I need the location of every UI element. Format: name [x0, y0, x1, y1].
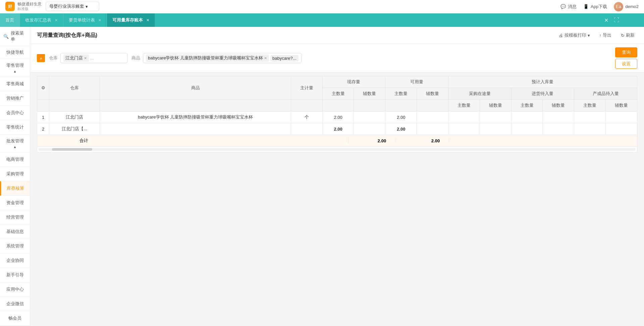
settings-button[interactable]: 设置 [615, 59, 637, 69]
avatar: Ea [614, 2, 623, 11]
th-empty4 [291, 100, 322, 111]
app-download-button[interactable]: 📱 App下载 [583, 4, 607, 10]
th-available-group: 可用量 [385, 76, 448, 88]
row2-unit [291, 123, 322, 135]
sidebar-item-system[interactable]: 系统管理 [0, 239, 30, 253]
export-button[interactable]: ↑ 导出 [597, 31, 614, 40]
th-settings: ⚙ [37, 76, 49, 100]
row1-stock-main: 2.00 [322, 111, 354, 123]
sidebar-item-vip[interactable]: 畅会员 [0, 311, 30, 326]
sidebar-item-zero-retail[interactable]: 零售管理 ▲ [0, 59, 30, 77]
message-button[interactable]: 💬 消息 [560, 4, 577, 10]
top-bar-left: 好 畅捷通好生意 标准版 母婴行业演示账套 ▾ [5, 2, 99, 11]
sidebar-retail-stats-label: 零售统计 [6, 124, 24, 130]
tab-order-stats-close[interactable]: ✕ [98, 18, 101, 22]
sidebar-item-member[interactable]: 会员中心 [0, 106, 30, 120]
sidebar-operation-label: 经营管理 [6, 214, 24, 220]
th-production-sub: 辅数量 [606, 100, 637, 111]
row2-avail-sub [417, 123, 448, 135]
th-warehouse: 仓库 [49, 76, 100, 100]
print-arrow-icon: ▾ [588, 33, 590, 38]
chevron-icon-wholesale: ▲ [13, 145, 17, 149]
sidebar-item-enterprise[interactable]: 企业协同 [0, 253, 30, 268]
sidebar-item-basic-info[interactable]: 基础信息 [0, 225, 30, 239]
tab-order-stats[interactable]: 要货单统计表 ✕ [63, 13, 107, 27]
sidebar-item-ecommerce[interactable]: 电商管理 [0, 152, 30, 167]
th-purchase-main: 主数量 [448, 100, 480, 111]
th-planned-inbound-group: 预计入库量 [448, 76, 637, 88]
product-tag-2: babycare?... [270, 55, 299, 61]
sidebar-enterprise-label: 企业协同 [6, 258, 24, 264]
main-layout: 🔍 搜索菜单 快捷导航 零售管理 ▲ 零售商城 营销推广 会员中心 零售统计 批… [0, 27, 644, 326]
tab-available-stock[interactable]: 可用量库存账本 ✕ [107, 13, 155, 27]
refresh-label: 刷新 [626, 32, 635, 38]
row2-production-main [574, 123, 606, 135]
logo-area: 好 畅捷通好生意 标准版 [5, 2, 42, 11]
app-download-label: App下载 [591, 4, 607, 10]
sidebar-search-label: 搜索菜单 [11, 30, 26, 42]
row1-production-main [574, 111, 606, 123]
th-avail-sub: 辅数量 [417, 88, 448, 100]
nav-tabs: 首页 收发存汇总表 ✕ 要货单统计表 ✕ 可用量库存账本 ✕ ✕ ⛶ [0, 13, 644, 27]
sidebar-item-wechat[interactable]: 企业微信 [0, 297, 30, 311]
sidebar-item-wholesale[interactable]: 批发管理 ▲ [0, 135, 30, 152]
tab-receive-summary-close[interactable]: ✕ [55, 18, 58, 22]
warehouse-more: ... [90, 56, 94, 60]
row2-inbound-main [511, 123, 543, 135]
sidebar-item-purchase[interactable]: 采购管理 [0, 167, 30, 181]
scroll-track[interactable] [39, 148, 636, 151]
product-tag-close[interactable]: ✕ [264, 56, 267, 60]
product-tag-2-text: babycare?... [272, 56, 297, 61]
warehouse-filter-group: 仓库 江北门店 ✕ ... [49, 53, 127, 63]
table-container: ⚙ 仓库 商品 主计量 现存量 可用量 预计入库量 主数量 辅数量 主数量 辅数… [30, 73, 644, 326]
industry-selector[interactable]: 母婴行业演示账套 ▾ [46, 2, 99, 11]
refresh-button[interactable]: ↻ 刷新 [618, 31, 637, 40]
industry-label: 母婴行业演示账套 [49, 3, 84, 9]
sidebar-item-marketing[interactable]: 营销推广 [0, 91, 30, 106]
sidebar-item-retail-mall[interactable]: 零售商城 [0, 77, 30, 91]
warehouse-tag-text: 江北门店 [65, 55, 83, 61]
row2-product [100, 123, 291, 135]
th-empty5 [322, 100, 354, 111]
sidebar-item-quick-nav[interactable]: 快捷导航 [0, 46, 30, 59]
tab-maximize-button[interactable]: ⛶ [612, 16, 621, 25]
sidebar-item-retail-stats[interactable]: 零售统计 [0, 120, 30, 135]
sidebar-item-app-center[interactable]: 应用中心 [0, 282, 30, 297]
sidebar-item-finance[interactable]: 资金管理 [0, 196, 30, 210]
user-area[interactable]: Ea demo2 [614, 2, 639, 11]
print-icon: 🖨 [559, 33, 563, 38]
print-button[interactable]: 🖨 按模板打印 ▾ [556, 31, 593, 40]
tab-home[interactable]: 首页 [0, 13, 20, 27]
export-label: 导出 [603, 32, 611, 38]
top-bar: 好 畅捷通好生意 标准版 母婴行业演示账套 ▾ 💬 消息 📱 App下载 Ea … [0, 0, 644, 13]
sidebar-item-operation[interactable]: 经营管理 [0, 210, 30, 225]
message-icon: 💬 [560, 4, 566, 9]
tab-close-all-button[interactable]: ✕ [603, 16, 610, 25]
row2-warehouse: 江北门店【... [49, 123, 100, 135]
row1-purchase-main [448, 111, 480, 123]
row1-production-sub [606, 111, 637, 123]
filter-expand-button[interactable]: » [37, 54, 45, 62]
tab-available-stock-close[interactable]: ✕ [146, 18, 149, 22]
data-table: ⚙ 仓库 商品 主计量 现存量 可用量 预计入库量 主数量 辅数量 主数量 辅数… [37, 76, 637, 135]
warehouse-field[interactable]: 江北门店 ✕ ... [60, 53, 127, 63]
sidebar-wholesale-label: 批发管理 [6, 138, 24, 144]
product-field[interactable]: babycare学饮杯 儿童防摔防撞吸管杯重力球吸嘴杯宝宝水杯 ✕ babyca… [143, 53, 302, 63]
export-icon: ↑ [599, 33, 602, 38]
sidebar-wechat-label: 企业微信 [6, 301, 24, 307]
warehouse-tag-close[interactable]: ✕ [84, 56, 87, 60]
th-empty2 [49, 100, 100, 111]
th-empty3 [100, 100, 291, 111]
tab-receive-summary[interactable]: 收发存汇总表 ✕ [20, 13, 63, 27]
query-button[interactable]: 查询 [615, 47, 637, 57]
th-production-group: 产成品待入量 [574, 88, 637, 100]
sidebar-item-inventory[interactable]: 库存核算 [0, 181, 30, 196]
content-area: 可用量查询(按仓库+商品) 🖨 按模板打印 ▾ ↑ 导出 ↻ 刷新 [30, 27, 644, 326]
sidebar-purchase-label: 采购管理 [6, 171, 24, 177]
row2-no: 2 [37, 123, 49, 135]
scroll-thumb[interactable] [52, 148, 92, 151]
scroll-bar-area [37, 147, 637, 152]
sidebar-search[interactable]: 🔍 搜索菜单 [0, 27, 30, 46]
page-header: 可用量查询(按仓库+商品) 🖨 按模板打印 ▾ ↑ 导出 ↻ 刷新 [30, 27, 644, 44]
sidebar-item-guide[interactable]: 新手引导 [0, 268, 30, 282]
